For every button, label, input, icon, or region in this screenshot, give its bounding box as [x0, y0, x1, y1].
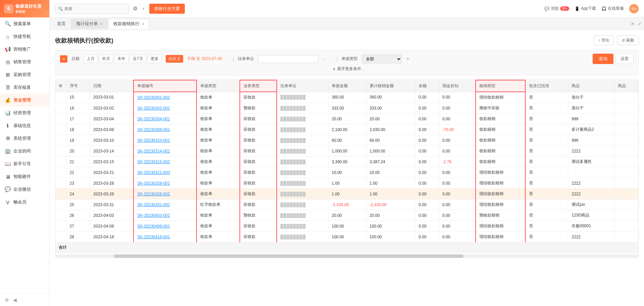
user-avatar[interactable]: Rit: [629, 4, 639, 13]
search-input[interactable]: [64, 6, 126, 11]
table-cell: 收款单: [197, 135, 240, 146]
table-row: 262023-04-03SK-20230403-002收款单预收款███████…: [55, 210, 638, 221]
page-actions: ↑ 导出 ↺ 刷新: [594, 36, 639, 45]
table-row: 172023-03-04SK-20230304-001收款单应收款███████…: [55, 114, 638, 124]
table-cell: 20.00: [366, 210, 415, 221]
sidebar-item-quick-nav[interactable]: ⌂ 快捷导航: [0, 30, 49, 43]
table-row: 242023-03-28SK-20230328-002收款单应收款███████…: [55, 189, 638, 199]
table-cell[interactable]: SK-20230331-002: [133, 199, 197, 210]
period-more[interactable]: 更多: [148, 55, 162, 63]
table-row: 162023-03-02SK-20230302-002收款单预收款███████…: [55, 103, 638, 114]
sidebar-item-wechat[interactable]: 💬 企业微信: [0, 183, 49, 196]
table-cell[interactable]: SK-20230302-002: [133, 103, 197, 114]
col-cash-discount: 现金折扣: [439, 80, 475, 92]
sidebar-item-member[interactable]: V 畅会员: [0, 196, 49, 208]
doc-type-select[interactable]: 全部: [362, 55, 402, 63]
enterprise-icon: 🏢: [5, 148, 11, 154]
refresh-button[interactable]: ↺ 刷新: [617, 36, 639, 45]
table-cell[interactable]: SK-20230418-001: [133, 232, 197, 242]
table-cell: 收款单: [197, 157, 240, 167]
app-download-button[interactable]: 📱 App下载: [575, 6, 596, 11]
table-cell: [55, 189, 66, 199]
table-cell[interactable]: SK-20230408-001: [133, 221, 197, 232]
tab-expand-icon[interactable]: ⤢: [637, 21, 641, 26]
table-cell: 应收款: [240, 157, 277, 167]
col-biz-type: 业务类型: [240, 80, 277, 92]
table-cell: 预收款: [240, 103, 277, 114]
sidebar-item-marketing[interactable]: 📢 营销推广: [0, 43, 49, 56]
horizontal-scrollbar[interactable]: [55, 254, 638, 258]
message-button[interactable]: 💬 消息 99+: [544, 6, 569, 11]
sidebar-item-guide[interactable]: 📖 新手引导: [0, 158, 49, 170]
table-cell[interactable]: SK-20230304-001: [133, 114, 197, 124]
period-7days[interactable]: 近7天: [130, 55, 146, 63]
partner-dots[interactable]: ···: [322, 57, 326, 61]
custom-date-button[interactable]: 自定义: [166, 55, 183, 63]
table-cell: 2023-03-21: [90, 167, 133, 178]
table-cell[interactable]: SK-20230315-002: [133, 157, 197, 167]
tab-collection[interactable]: 收款核销执行 ✕: [108, 19, 149, 29]
filter-settings-button[interactable]: 设置: [615, 54, 634, 64]
sidebar-item-sales[interactable]: ◎ 销售管理: [0, 56, 49, 68]
sidebar-item-enterprise[interactable]: 🏢 企业协同: [0, 145, 49, 158]
table-cell[interactable]: SK-20230328-002: [133, 189, 197, 199]
tab-home[interactable]: 首页: [52, 19, 70, 29]
sidebar-item-finance[interactable]: 💰 资金管理: [0, 94, 49, 107]
period-this-year[interactable]: 本年: [114, 55, 128, 63]
chart-icon: 📊: [5, 110, 11, 116]
table-cell: 26: [66, 210, 90, 221]
tab-prepay-close[interactable]: ✕: [100, 22, 103, 26]
period-last-month[interactable]: 上月: [84, 55, 98, 63]
sidebar-item-operation[interactable]: 📊 经营管理: [0, 107, 49, 119]
col-setting[interactable]: ⚙: [55, 80, 66, 92]
table-cell: [614, 232, 638, 242]
settings-bottom-icon[interactable]: ⚙: [5, 297, 9, 303]
solution-button[interactable]: 体验行业方案: [149, 4, 185, 14]
tab-close-all-icon[interactable]: ✕: [631, 21, 635, 26]
sidebar-item-inventory[interactable]: ☰ 库存核算: [0, 81, 49, 94]
table-cell: 0.00: [415, 114, 439, 124]
table-cell: 应收款: [240, 114, 277, 124]
topbar-search-box[interactable]: 🔍: [55, 4, 129, 14]
sidebar-item-search[interactable]: 🔍 搜索菜单: [0, 17, 49, 30]
spacer2: |: [336, 57, 337, 61]
expand-more-button[interactable]: ∨ 展开更多条件: [333, 66, 361, 72]
table-cell[interactable]: SK-20230301-002: [133, 92, 197, 103]
table-cell: 否: [525, 124, 568, 135]
export-button[interactable]: ↑ 导出: [594, 36, 614, 45]
filter-collapse-btn[interactable]: »: [60, 55, 67, 63]
table-cell[interactable]: SK-20230308-001: [133, 124, 197, 135]
table-cell[interactable]: SK-20230403-002: [133, 210, 197, 221]
table-cell: 100.00: [328, 221, 366, 232]
table-cell: 0.00: [439, 103, 475, 114]
sidebar-item-purchase[interactable]: ⊞ 采购管理: [0, 68, 49, 81]
table-cell[interactable]: SK-20230310-001: [133, 135, 197, 146]
table-row: 182023-03-08SK-20230308-001收款单应收款███████…: [55, 124, 638, 135]
partner-input[interactable]: [258, 55, 318, 63]
table-cell: 现结收款核销: [476, 199, 525, 210]
tab-prepay[interactable]: 预计应付单 ✕: [71, 19, 108, 29]
scrollbar-thumb[interactable]: [114, 254, 464, 258]
sidebar-item-system[interactable]: ⚙ 系统管理: [0, 132, 49, 145]
table-cell: 应收款: [240, 135, 277, 146]
table-cell: 否: [525, 167, 568, 178]
table-cell: 否: [525, 232, 568, 242]
query-button[interactable]: 查询: [593, 54, 613, 64]
table-cell: 1.00: [366, 178, 415, 189]
sidebar-item-basic[interactable]: ℹ 基础信息: [0, 119, 49, 132]
table-cell[interactable]: SK-20230328-001: [133, 178, 197, 189]
table-row: 212023-03-15SK-20230315-002收款单应收款███████…: [55, 157, 638, 167]
table-cell: 测试多属性: [568, 157, 614, 167]
table-cell[interactable]: SK-20230314-001: [133, 146, 197, 157]
online-service-button[interactable]: 🎧 在线客服: [601, 6, 624, 11]
gear-icon[interactable]: ⚙: [133, 5, 138, 12]
period-this-month[interactable]: 本月: [99, 55, 113, 63]
collapse-icon[interactable]: ◀: [13, 297, 17, 303]
table-cell[interactable]: SK-20230321-003: [133, 167, 197, 178]
table-cell: 2222: [568, 232, 614, 242]
tab-collection-close[interactable]: ✕: [142, 22, 144, 26]
sidebar-item-hardware[interactable]: 🖥 智能硬件: [0, 170, 49, 183]
table-cell: 收款单: [197, 92, 240, 103]
table-cell: [614, 114, 638, 124]
table-cell: [614, 199, 638, 210]
